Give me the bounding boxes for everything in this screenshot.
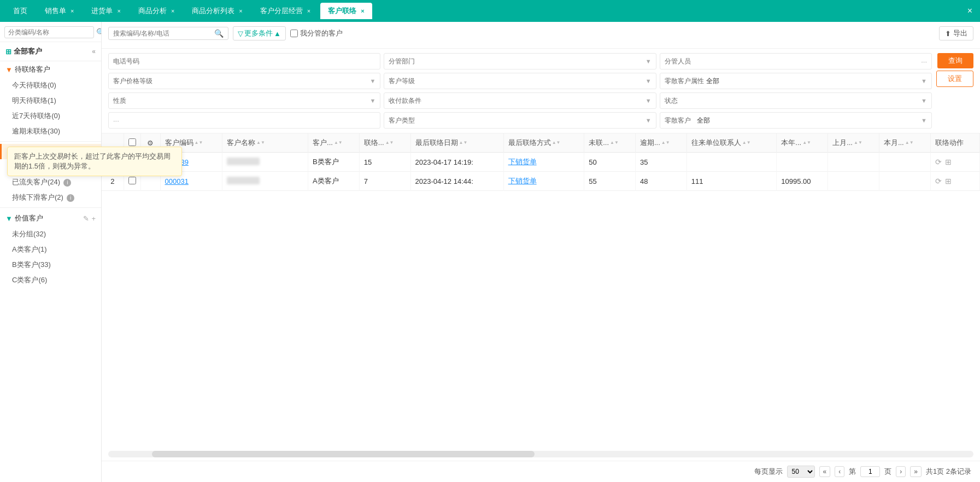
close-tab-sales[interactable]: × (71, 8, 74, 14)
tab-product-analysis[interactable]: 商品分析 × (131, 3, 182, 19)
close-tab-purchase[interactable]: × (117, 8, 120, 14)
content-area: 🔍 ▽ 更多条件 ▲ 我分管的客户 ⬆ 导出 (102, 22, 980, 482)
table-header-row: ⚙ 客户编码 ▲▼ 客户名称 ▲▼ (102, 133, 980, 153)
sidebar-group-value-customers[interactable]: ▼ 价值客户 ✎ + (0, 210, 101, 227)
sidebar-item-declining[interactable]: 持续下滑客户(2) i (0, 190, 101, 205)
edit-icon[interactable]: ✎ (83, 214, 89, 223)
sort-arrows-this-month[interactable]: ▲▼ (905, 141, 914, 145)
filter-phone[interactable]: 电话号码 (108, 53, 380, 69)
last-page-button[interactable]: » (910, 466, 922, 477)
manager-dots[interactable]: ··· (921, 57, 927, 66)
next-page-button[interactable]: › (896, 466, 906, 477)
info-icon-declining[interactable]: i (67, 194, 74, 202)
sidebar-all-customers-header: ⊞ 全部客户 « (0, 42, 101, 61)
arrow-icon: ▼ (5, 66, 13, 74)
tab-sales[interactable]: 销售单 × (37, 3, 81, 19)
sidebar-item-c-class[interactable]: C类客户(6) (0, 272, 101, 288)
sort-arrows-last-month[interactable]: ▲▼ (854, 141, 862, 145)
first-page-button[interactable]: « (819, 466, 831, 477)
tab-home[interactable]: 首页 (5, 3, 35, 19)
sidebar: 🔍 ⊞ 全部客户 « ▼ 待联络客户 今天待联络(0) 明天待联络(1) 近7天… (0, 22, 102, 482)
setting-button[interactable]: 设置 (936, 71, 973, 87)
th-company-contact: 往来单位联系人 ▲▼ (686, 133, 777, 153)
row1-action-icon1[interactable]: ⟳ (935, 158, 942, 166)
info-icon-churned[interactable]: i (63, 179, 71, 187)
row2-name[interactable] (222, 172, 308, 191)
row2-last-way[interactable]: 下销货单 (503, 172, 584, 191)
row1-last-way[interactable]: 下销货单 (503, 153, 584, 172)
sidebar-item-today-contact[interactable]: 今天待联络(0) (0, 78, 101, 93)
sort-arrows-code[interactable]: ▲▼ (195, 141, 203, 145)
filter-retail-customer[interactable]: 零散客户 全部 ▼ (660, 112, 932, 129)
sidebar-search-icon[interactable]: 🔍 (96, 28, 102, 37)
row2-last-month (828, 172, 879, 191)
close-tab-product-analysis-list[interactable]: × (239, 8, 242, 14)
filter-price-level[interactable]: 客户价格等级 ▼ (108, 73, 380, 89)
filter-nature[interactable]: 性质 ▼ (108, 92, 380, 109)
query-button[interactable]: 查询 (937, 53, 973, 68)
sort-arrows-overdue[interactable]: ▲▼ (661, 141, 670, 145)
sidebar-search-input[interactable] (4, 26, 94, 38)
filter-manager[interactable]: 分管人员 ··· (660, 53, 932, 69)
sidebar-item-ungrouped[interactable]: 未分组(32) (0, 227, 101, 242)
close-tab-customer-tier[interactable]: × (307, 8, 310, 14)
sidebar-item-overdue-contact[interactable]: 逾期未联络(30) (0, 124, 101, 139)
sort-arrows-year[interactable]: ▲▼ (802, 141, 811, 145)
per-page-select[interactable]: 50 20 100 (787, 466, 815, 478)
sort-arrows-date[interactable]: ▲▼ (459, 141, 468, 145)
scrollbar-thumb[interactable] (152, 451, 535, 457)
sort-arrows-company[interactable]: ▲▼ (742, 141, 751, 145)
main-search-icon[interactable]: 🔍 (214, 29, 224, 38)
more-dots[interactable]: ··· (113, 117, 119, 125)
row2-action-icon1[interactable]: ⟳ (935, 177, 942, 185)
sidebar-item-a-class[interactable]: A类客户(1) (0, 242, 101, 257)
page-number-input[interactable] (860, 466, 880, 477)
my-customer-checkbox[interactable] (290, 30, 298, 37)
main-search-input[interactable] (113, 30, 214, 37)
sort-arrows-contact[interactable]: ▲▼ (385, 141, 394, 145)
main-search-wrap: 🔍 (108, 27, 228, 40)
sidebar-item-b-class[interactable]: B类客户(33) (0, 257, 101, 272)
horizontal-scrollbar[interactable] (108, 451, 973, 457)
sort-arrows-type[interactable]: ▲▼ (334, 141, 343, 145)
filter-department[interactable]: 分管部门 ▼ (384, 53, 656, 69)
row1-name[interactable] (222, 153, 308, 172)
row2-actions: ⟳ ⊞ (930, 172, 979, 191)
filter-payment[interactable]: 收付款条件 ▼ (384, 92, 656, 109)
tab-purchase[interactable]: 进货单 × (84, 3, 128, 19)
th-action: 联络动作 (930, 133, 979, 153)
close-tab-customer-contact[interactable]: × (361, 8, 364, 14)
window-close-button[interactable]: × (967, 6, 972, 16)
prev-page-button[interactable]: ‹ (835, 466, 844, 477)
select-all-checkbox[interactable] (128, 138, 136, 146)
close-tab-product-analysis[interactable]: × (171, 8, 174, 14)
filter-customer-type[interactable]: 客户类型 ▼ (384, 112, 656, 129)
column-setting-icon[interactable]: ⚙ (147, 139, 154, 147)
tab-customer-tier[interactable]: 客户分层经营 × (253, 3, 318, 19)
export-icon: ⬆ (945, 30, 951, 38)
tab-product-analysis-list[interactable]: 商品分析列表 × (184, 3, 250, 19)
filter-retail-attr[interactable]: 零散客户属性 全部 ▼ (660, 73, 932, 89)
more-filter-button[interactable]: ▽ 更多条件 ▲ (233, 26, 286, 40)
filter-columns: 电话号码 分管部门 ▼ 分管人员 ··· 客户价格等级 ▼ (108, 53, 932, 129)
filter-status[interactable]: 状态 ▼ (660, 92, 932, 109)
sort-arrows-name[interactable]: ▲▼ (256, 141, 265, 145)
sidebar-group-pending-contact[interactable]: ▼ 待联络客户 (0, 61, 101, 78)
sidebar-item-tomorrow-contact[interactable]: 明天待联络(1) (0, 93, 101, 108)
filter-customer-level[interactable]: 客户等级 ▼ (384, 73, 656, 89)
sidebar-item-churned[interactable]: 已流失客户(24) i (0, 175, 101, 190)
add-group-icon[interactable]: + (91, 214, 96, 223)
filter-more-dots[interactable]: ··· (108, 112, 380, 129)
tab-customer-contact[interactable]: 客户联络 × (320, 3, 372, 19)
row1-action-icon2[interactable]: ⊞ (945, 158, 952, 166)
row2-checkbox[interactable] (128, 177, 136, 184)
sidebar-item-7days-contact[interactable]: 近7天待联络(0) (0, 108, 101, 124)
sort-arrows-way[interactable]: ▲▼ (552, 141, 561, 145)
my-customer-checkbox-wrap[interactable]: 我分管的客户 (290, 28, 343, 38)
sort-arrows-unread[interactable]: ▲▼ (610, 141, 619, 145)
row2-last-date: 2023-04-12 14:44: (410, 172, 503, 191)
row2-action-icon2[interactable]: ⊞ (945, 177, 952, 185)
arrow2-icon: ▼ (5, 214, 13, 223)
sidebar-collapse-button[interactable]: « (92, 48, 96, 55)
export-button[interactable]: ⬆ 导出 (939, 26, 973, 40)
